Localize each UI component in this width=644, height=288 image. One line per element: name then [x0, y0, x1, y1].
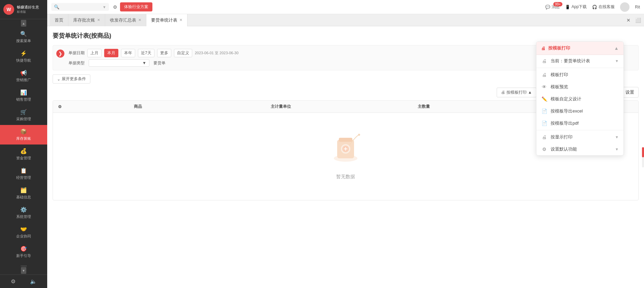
close-window-btn[interactable]: ✕ [625, 17, 632, 24]
sidebar-item-purchase[interactable]: 🛒 采购管理 [0, 105, 47, 125]
sidebar-item-finance[interactable]: 💰 资金管理 [0, 145, 47, 164]
type-select-arrow-icon: ▼ [142, 61, 146, 65]
date-prev-btn[interactable]: 上月 [87, 49, 101, 57]
scroll-down-btn[interactable]: ▼ [21, 267, 26, 274]
date-label: 单据日期 [68, 50, 85, 56]
expand-more-btn[interactable]: ⌄ 展开更多条件 [53, 74, 90, 84]
display-print-icon: 🖨 [541, 134, 547, 140]
tab-collection-close[interactable]: ✕ [138, 18, 141, 22]
topbar: 🔍 ▼ ⚙ 体验行业方案 💬 消息 99+ 📱 App下载 🎧 在线客服 Rit [47, 0, 644, 14]
tab-collection[interactable]: 收发存汇总表 ✕ [105, 14, 146, 26]
sidebar-item-label-cooperation: 企业协同 [16, 234, 31, 239]
sidebar-item-shortcut[interactable]: ⚡ 快捷导航 [0, 47, 47, 66]
headset-icon: 🎧 [592, 5, 597, 9]
cooperation-icon: 🤝 [20, 226, 27, 232]
dropdown-template-preview[interactable]: 👁 模板预览 [536, 81, 623, 93]
filter-row-1: 单据日期 上月 本月 本年 近7天 更多 自定义 2023-06-01 至 20… [68, 49, 238, 57]
tab-batch[interactable]: 库存批次账 ✕ [68, 14, 105, 26]
sidebar-item-apps[interactable]: 🔲 应用中心 [0, 262, 47, 266]
system-icon: ⚙️ [20, 206, 27, 213]
sidebar-item-label-guide: 新手引导 [16, 253, 31, 258]
svg-rect-2 [339, 138, 352, 142]
sound-bottom-icon[interactable]: 🔈 [30, 278, 37, 285]
tab-requisition-close[interactable]: ✕ [179, 18, 182, 22]
tab-home[interactable]: 首页 [50, 14, 68, 26]
dropdown-set-default[interactable]: ⚙ 设置默认功能 ▼ [536, 143, 623, 155]
sidebar-item-marketing[interactable]: 📢 营销推广 [0, 66, 47, 86]
dropdown-template-design[interactable]: ✏️ 模板自定义设计 [536, 93, 623, 105]
type-select[interactable]: ▼ [89, 59, 149, 67]
sidebar-item-search[interactable]: 🔍 搜索菜单 [0, 27, 47, 47]
avatar[interactable] [620, 2, 630, 12]
template-print-btn[interactable]: 🖨 按模板打印 ▲ [497, 88, 536, 97]
dropdown-arrow-icon: ▼ [103, 5, 106, 9]
sidebar-item-basic[interactable]: 🗂️ 基础信息 [0, 184, 47, 203]
sidebar-item-operation[interactable]: 📋 经营管理 [0, 164, 47, 184]
template-design-icon: ✏️ [541, 96, 547, 102]
logo-badge: 标准版 [17, 10, 39, 14]
yh-label: 要货单 [153, 60, 166, 66]
date-7days-btn[interactable]: 近7天 [138, 49, 154, 57]
date-current-btn[interactable]: 本月 [104, 49, 118, 57]
sidebar-item-label-search: 搜索菜单 [16, 38, 31, 43]
gear-icon[interactable]: ⚙ [113, 4, 117, 10]
dropdown-template-print[interactable]: 🖨 模板打印 [536, 69, 623, 81]
date-custom-btn[interactable]: 自定义 [174, 49, 192, 57]
date-more-btn[interactable]: 更多 [157, 49, 171, 57]
tabbar: 首页 库存批次账 ✕ 收发存汇总表 ✕ 要货单统计表 ✕ ✕ ⬜ [47, 14, 644, 26]
sidebar-item-label-marketing: 营销推广 [16, 77, 31, 83]
dropdown-display-print[interactable]: 🖨 按显示打印 ▼ [536, 131, 623, 143]
scrollbar-thumb[interactable] [642, 147, 644, 157]
sidebar-item-cooperation[interactable]: 🤝 企业协同 [0, 223, 47, 242]
template-print-arrow-icon: ▲ [528, 90, 532, 95]
dropdown-header-close[interactable]: ▲ [614, 45, 619, 51]
right-scrollbar[interactable] [642, 147, 644, 167]
message-btn[interactable]: 💬 消息 99+ [545, 4, 560, 10]
sidebar-item-inventory[interactable]: 📦 库存算账 [0, 125, 47, 145]
filter-expand-btn[interactable]: ❯ [56, 50, 64, 58]
sidebar-item-label-finance: 资金管理 [16, 156, 31, 161]
settings-bottom-icon[interactable]: ⚙ [11, 278, 16, 285]
trial-btn[interactable]: 体验行业方案 [120, 2, 152, 11]
th-settings[interactable]: ⚙ [53, 104, 66, 109]
dropdown-header: 🖨 按模板打印 ▲ [536, 42, 623, 55]
inventory-icon: 📦 [20, 128, 27, 135]
search-input[interactable] [61, 5, 101, 9]
message-icon: 💬 [545, 5, 550, 9]
tab-batch-label: 库存批次账 [73, 17, 95, 23]
type-label: 单据类型 [68, 60, 85, 66]
sidebar-item-system[interactable]: ⚙️ 系统管理 [0, 203, 47, 223]
sidebar-item-sales[interactable]: 📊 销售管理 [0, 86, 47, 105]
tab-batch-close[interactable]: ✕ [97, 18, 100, 22]
th-unit: 主计量单位 [209, 104, 352, 109]
dropdown-title: 按模板打印 [548, 45, 570, 51]
topbar-search-box[interactable]: 🔍 ▼ [51, 3, 109, 11]
sidebar-item-label-basic: 基础信息 [16, 195, 31, 200]
th-product: 商品 [66, 104, 209, 109]
app-download-btn[interactable]: 📱 App下载 [565, 4, 587, 10]
sidebar-item-label-shortcut: 快捷导航 [16, 58, 31, 63]
search-menu-icon: 🔍 [20, 31, 27, 37]
set-default-icon: ⚙ [541, 147, 547, 152]
dropdown-export-excel[interactable]: 📄 按模板导出excel [536, 105, 623, 117]
finance-icon: 💰 [20, 148, 27, 154]
dropdown-export-excel-label: 按模板导出excel [551, 108, 583, 114]
display-print-arrow-icon: ▼ [615, 135, 619, 139]
online-service-btn[interactable]: 🎧 在线客服 [592, 4, 615, 10]
dropdown-export-pdf[interactable]: 📄 按模板导出pdf [536, 117, 623, 129]
maximize-window-btn[interactable]: ⬜ [635, 17, 641, 24]
template-print-menu-icon: 🖨 [541, 72, 547, 77]
scroll-up-btn[interactable]: ▲ [21, 20, 26, 27]
printer-icon: 🖨 [501, 90, 505, 95]
export-pdf-icon: 📄 [541, 121, 547, 126]
tab-requisition[interactable]: 要货单统计表 ✕ [146, 14, 187, 26]
dropdown-header-left: 🖨 按模板打印 [541, 45, 570, 51]
sidebar-item-label-operation: 经营管理 [16, 175, 31, 180]
guide-icon: 🎯 [20, 246, 27, 252]
sidebar-item-guide[interactable]: 🎯 新手引导 [0, 242, 47, 262]
date-year-btn[interactable]: 本年 [121, 49, 135, 57]
logo-icon: W [3, 4, 14, 15]
dropdown-current-item[interactable]: 🖨 当前：要货单统计表 ▼ [536, 55, 623, 67]
search-icon: 🔍 [54, 4, 59, 9]
empty-text: 暂无数据 [336, 174, 355, 180]
